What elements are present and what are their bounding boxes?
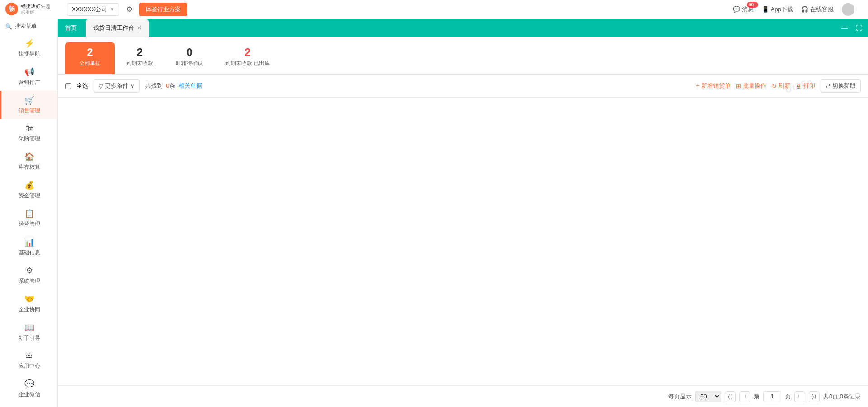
sidebar-label: 基础信息 <box>19 249 40 257</box>
sidebar-icon: 📋 <box>24 209 34 219</box>
message-button[interactable]: 💬 消息 99+ <box>733 5 754 14</box>
top-bar: 畅 畅捷通好生意 标准版 XXXXXX公司 ▼ ⚙ 体验行业方案 💬 消息 99… <box>0 0 868 19</box>
last-page-button[interactable]: ⟩⟩ <box>809 391 820 402</box>
sidebar-icon: 🛍 <box>25 124 33 133</box>
sidebar-label: 库存核算 <box>19 164 40 171</box>
sidebar-icon: 💬 <box>24 379 34 389</box>
refresh-button[interactable]: ↻ 刷新 <box>772 82 790 90</box>
download-icon: 📱 <box>762 6 769 13</box>
avatar[interactable] <box>842 3 854 16</box>
sidebar-icon: 💰 <box>24 180 34 190</box>
sidebar-icon: ⚡ <box>24 38 34 48</box>
stat-label-overdue: 到期未收款 <box>126 60 153 67</box>
sidebar-item-采购管理[interactable]: 🛍 采购管理 <box>0 119 57 147</box>
stat-num-pending: 0 <box>186 46 192 59</box>
main-layout: 🔍 搜索菜单 ⚡ 快捷导航 📢 营销推广 🛒 销售管理 🛍 采购管理 🏠 库存核… <box>0 19 868 407</box>
company-name: XXXXXX公司 <box>72 5 107 14</box>
message-badge: 99+ <box>747 2 758 8</box>
sidebar-icon: 🛎 <box>25 351 33 360</box>
sidebar-label: 企业协同 <box>19 306 40 313</box>
stat-label-all: 全部单据 <box>79 60 101 67</box>
sidebar-icon: 📖 <box>24 323 34 332</box>
sidebar-item-基础信息[interactable]: 📊 基础信息 <box>0 233 57 261</box>
experience-button[interactable]: 体验行业方案 <box>139 3 187 16</box>
sidebar-item-经营管理[interactable]: 📋 经营管理 <box>0 204 57 233</box>
message-icon: 💬 <box>733 6 740 13</box>
toolbar: 全选 ▽ 更多条件 ∨ 共找到 0条 相关单据 + 新增销货单 ⊞ <box>58 75 868 98</box>
select-all-label: 全选 <box>76 82 88 90</box>
sidebar-item-系统管理[interactable]: ⚙ 系统管理 <box>0 261 57 290</box>
sidebar-label: 快捷导航 <box>19 50 40 58</box>
filter-icon: ▽ <box>99 83 103 89</box>
select-all-checkbox[interactable] <box>65 83 71 89</box>
sidebar-item-畅会员[interactable]: 🎖 畅会员 <box>0 403 57 407</box>
sidebar-item-销售管理[interactable]: 🛒 销售管理 <box>0 91 57 119</box>
first-page-button[interactable]: ⟨⟨ <box>725 391 736 402</box>
logo-area: 畅 畅捷通好生意 标准版 <box>5 3 63 15</box>
batch-operation-button[interactable]: ⊞ 批量操作 <box>736 82 766 90</box>
total-label: 共0页,0条记录 <box>823 393 861 401</box>
sidebar-label: 企业微信 <box>19 391 40 398</box>
app-download-button[interactable]: 📱 App下载 <box>762 5 793 14</box>
next-page-button[interactable]: 〉 <box>794 391 805 402</box>
add-sale-order-button[interactable]: + 新增销货单 <box>696 82 731 90</box>
sidebar-item-资金管理[interactable]: 💰 资金管理 <box>0 176 57 204</box>
per-page-select[interactable]: 50 100 200 <box>695 391 721 402</box>
page-number-input[interactable] <box>763 391 781 402</box>
settings-icon[interactable]: ⚙ <box>123 3 136 16</box>
prev-page-button[interactable]: 〈 <box>739 391 750 402</box>
sidebar-label: 新手引导 <box>19 334 40 342</box>
sidebar-label: 销售管理 <box>19 107 40 115</box>
sidebar-item-新手引导[interactable]: 📖 新手引导 <box>0 318 57 346</box>
service-icon: 🎧 <box>801 6 808 13</box>
stat-label-pending: 旺辅待确认 <box>176 60 203 67</box>
sidebar-item-快捷导航[interactable]: ⚡ 快捷导航 <box>0 34 57 62</box>
sidebar-search[interactable]: 🔍 搜索菜单 <box>0 19 57 34</box>
sidebar-item-企业协同[interactable]: 🤝 企业协同 <box>0 290 57 318</box>
stat-tab-pending[interactable]: 0 旺辅待确认 <box>165 42 214 74</box>
stat-tab-shipped[interactable]: 2 到期未收款 已出库 <box>214 42 281 74</box>
sidebar-icon: 📢 <box>24 67 34 77</box>
tab-maximize-icon[interactable]: ⛶ <box>854 23 864 33</box>
sidebar-icon: 📊 <box>24 237 34 247</box>
sidebar-label: 系统管理 <box>19 277 40 285</box>
sidebar-label: 采购管理 <box>19 135 40 143</box>
tab-home[interactable]: 首页 <box>58 19 84 37</box>
sidebar-label: 经营管理 <box>19 220 40 228</box>
company-selector[interactable]: XXXXXX公司 ▼ <box>67 3 119 16</box>
stat-tab-all[interactable]: 2 全部单据 <box>65 42 115 74</box>
tab-minimize-icon[interactable]: — <box>839 23 850 33</box>
top-right-actions: 💬 消息 99+ 📱 App下载 🎧 在线客服 <box>733 3 863 16</box>
print-button[interactable]: 🖨 打印 <box>796 82 815 90</box>
found-text: 共找到 0条 相关单据 <box>145 82 202 90</box>
refresh-icon: ↻ <box>772 83 777 89</box>
stat-num-shipped: 2 <box>245 46 250 59</box>
toolbar-right: + 新增销货单 ⊞ 批量操作 ↻ 刷新 🖨 打印 ⇄ <box>696 79 861 93</box>
related-docs-link[interactable]: 相关单据 <box>179 82 202 89</box>
pagination-bar: 每页显示 50 100 200 ⟨⟨ 〈 第 页 〉 ⟩⟩ 共0页,0条记录 <box>58 385 868 407</box>
stat-label-shipped: 到期未收款 已出库 <box>225 60 270 67</box>
per-page-label: 每页显示 <box>668 393 692 401</box>
sidebar-item-企业微信[interactable]: 💬 企业微信 <box>0 374 57 403</box>
sidebar-item-应用中心[interactable]: 🛎 应用中心 <box>0 346 57 374</box>
sidebar-item-库存核算[interactable]: 🏠 库存核算 <box>0 147 57 176</box>
sidebar-items: ⚡ 快捷导航 📢 营销推广 🛒 销售管理 🛍 采购管理 🏠 库存核算 💰 资金管… <box>0 34 57 407</box>
online-service-button[interactable]: 🎧 在线客服 <box>801 5 834 14</box>
filter-button[interactable]: ▽ 更多条件 ∨ <box>94 79 140 93</box>
stat-tab-overdue[interactable]: 2 到期未收款 <box>115 42 165 74</box>
switch-icon: ⇄ <box>826 83 830 89</box>
chevron-down-icon: ∨ <box>130 83 135 89</box>
tab-work-station[interactable]: 钱货日清工作台 ✕ <box>86 19 149 37</box>
tab-close-icon[interactable]: ✕ <box>137 25 142 31</box>
switch-version-button[interactable]: ⇄ 切换新版 <box>821 79 861 93</box>
sidebar-icon: 🛒 <box>24 95 34 105</box>
sidebar-label: 资金管理 <box>19 192 40 200</box>
main-content: 首页 钱货日清工作台 ✕ — ⛶ 2 全部单据 2 到期未收款 <box>58 19 868 407</box>
sidebar-item-营销推广[interactable]: 📢 营销推广 <box>0 62 57 91</box>
page-unit-label: 页 <box>785 393 791 401</box>
sidebar-label: 应用中心 <box>19 362 40 370</box>
content-area <box>58 98 868 385</box>
tab-bar: 首页 钱货日清工作台 ✕ — ⛶ <box>58 19 868 37</box>
print-icon: 🖨 <box>796 83 802 89</box>
sidebar-icon: 🏠 <box>24 152 34 162</box>
